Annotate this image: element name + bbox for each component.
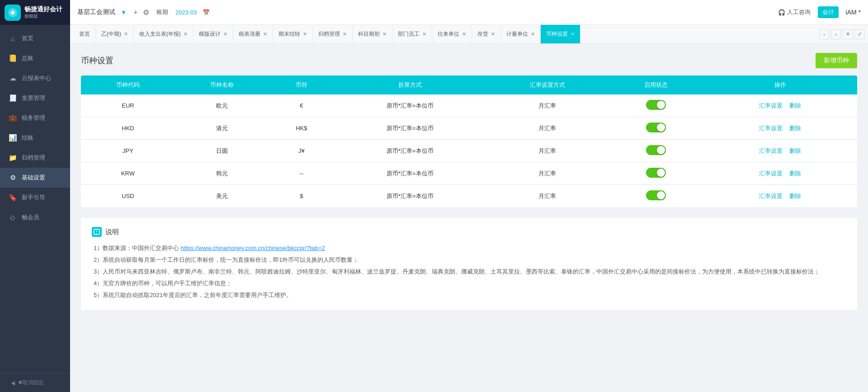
tab-close-icon[interactable]: ✕ — [462, 31, 466, 37]
delete-link[interactable]: 删除 — [789, 193, 801, 199]
col-symbol: 币符 — [269, 76, 334, 94]
sidebar-item-tax[interactable]: 💼 税务管理 — [0, 108, 70, 128]
new-currency-button[interactable]: 新增币种 — [816, 53, 857, 68]
status-toggle[interactable] — [646, 190, 666, 200]
sidebar-pin-toggle[interactable]: ◀ ◀取消固定 — [0, 373, 70, 392]
tab-income[interactable]: 收入支出表(年报) ✕ — [134, 25, 193, 43]
cell-calc: 原币*汇率=本位币 — [334, 162, 486, 185]
tab-period[interactable]: 乙(中期) ✕ — [96, 25, 134, 43]
tab-prev-button[interactable]: ‹ — [819, 29, 829, 39]
notice-icon — [92, 227, 102, 237]
notice-link[interactable]: https://www.chinamoney.com.cn/chinese/bk… — [181, 245, 325, 251]
delete-link[interactable]: 删除 — [789, 102, 801, 109]
sidebar-item-label: 新手引导 — [22, 194, 45, 202]
tab-dept[interactable]: 部门员工 ✕ — [392, 25, 432, 43]
member-icon: ◇ — [8, 213, 17, 222]
tab-close-icon[interactable]: ✕ — [531, 31, 535, 37]
cell-symbol: HK$ — [269, 117, 334, 140]
cell-rate-type: 月汇率 — [486, 117, 609, 140]
sidebar-item-label: 畅会员 — [22, 213, 39, 222]
period-value: 2023-03 — [175, 9, 197, 16]
tab-label: 币种设置 — [546, 30, 568, 38]
tab-close-icon[interactable]: ✕ — [422, 31, 426, 37]
cell-name: 欧元 — [175, 94, 269, 117]
sidebar-item-archive[interactable]: 📁 归档管理 — [0, 148, 70, 168]
tab-expand-button[interactable]: ⤢ — [854, 29, 864, 39]
toggle-thumb — [657, 101, 665, 109]
cell-code: JPY — [81, 140, 175, 162]
service-button[interactable]: 🎧 人工咨询 — [778, 8, 811, 16]
tab-close-icon[interactable]: ✕ — [124, 31, 128, 37]
sidebar-item-label: 基础设置 — [22, 174, 45, 182]
status-toggle[interactable] — [646, 168, 666, 178]
tab-home[interactable]: 首页 — [74, 25, 96, 43]
tab-close-icon[interactable]: ✕ — [571, 31, 575, 37]
rate-setting-link[interactable]: 汇率设置 — [759, 102, 783, 109]
cell-code: HKD — [81, 117, 175, 140]
table-row: EUR 欧元 € 原币*汇率=本位币 月汇率 汇率设置 删除 — [81, 94, 857, 117]
tab-close-icon[interactable]: ✕ — [303, 31, 307, 37]
col-calc: 折算方式 — [334, 76, 486, 94]
delete-link[interactable]: 删除 — [789, 125, 801, 132]
user-label: iAM * — [846, 9, 861, 16]
tab-inventory[interactable]: 存货 ✕ — [472, 25, 501, 43]
notice-item: 4）无官方牌价的币种，可以用户手工维护汇率信息； — [92, 278, 846, 289]
rate-setting-link[interactable]: 汇率设置 — [759, 125, 783, 132]
delete-link[interactable]: 删除 — [789, 147, 801, 154]
status-toggle[interactable] — [646, 145, 666, 155]
sidebar-item-invoice[interactable]: 🧾 发票管理 — [0, 88, 70, 108]
status-toggle[interactable] — [646, 100, 666, 110]
sidebar-item-reports[interactable]: ☁ 云报表中心 — [0, 68, 70, 88]
tab-close-icon[interactable]: ✕ — [184, 31, 188, 37]
tab-template[interactable]: 模版设计 ✕ — [193, 25, 233, 43]
tab-close-icon[interactable]: ✕ — [382, 31, 387, 37]
sidebar: 畅捷通好会计 旗舰版 ⌂ 首页 📒 总账 ☁ 云报表中心 🧾 发票管理 💼 税务… — [0, 0, 70, 392]
sidebar-item-checkout[interactable]: 📊 结账 — [0, 128, 70, 148]
tab-currency[interactable]: 币种设置 ✕ — [541, 25, 580, 43]
tab-close-icon[interactable]: ✕ — [491, 31, 495, 37]
cell-status — [609, 185, 703, 208]
tab-close-icon[interactable]: ✕ — [263, 31, 267, 37]
ledger-icon: 📒 — [8, 54, 17, 63]
cell-symbol: -- — [269, 162, 334, 185]
service-label: 人工咨询 — [787, 8, 811, 16]
calendar-icon[interactable]: 📅 — [203, 9, 210, 16]
logo-sub: 旗舰版 — [24, 13, 62, 19]
cell-rate-type: 月汇率 — [486, 162, 609, 185]
tab-close-all-button[interactable]: ✕ — [843, 29, 853, 39]
sidebar-item-member[interactable]: ◇ 畅会员 — [0, 208, 70, 227]
sidebar-item-guide[interactable]: 🔖 新手引导 — [0, 188, 70, 208]
logo-icon — [5, 5, 21, 21]
delete-link[interactable]: 删除 — [789, 170, 801, 177]
toggle-track — [646, 168, 666, 178]
tab-tax[interactable]: 税表清册 ✕ — [233, 25, 273, 43]
rate-setting-link[interactable]: 汇率设置 — [759, 147, 783, 154]
tab-label: 部门员工 — [398, 30, 420, 38]
tab-close-icon[interactable]: ✕ — [343, 31, 347, 37]
tab-close-icon[interactable]: ✕ — [223, 31, 227, 37]
tab-period-end[interactable]: 期末结转 ✕ — [273, 25, 313, 43]
notice-header: 说明 — [92, 227, 846, 237]
tab-label: 往来单位 — [438, 30, 459, 38]
rate-setting-link[interactable]: 汇率设置 — [759, 170, 783, 177]
col-name: 币种名称 — [175, 76, 269, 94]
tab-navigation: ‹ › ✕ ⤢ — [819, 29, 864, 39]
rate-setting-link[interactable]: 汇率设置 — [759, 193, 783, 199]
content-area: 币种设置 新增币种 币种代码 币种名称 币符 折算方式 汇率设置方式 启用状态 … — [70, 44, 868, 392]
company-dropdown-icon[interactable]: ▼ — [121, 9, 127, 16]
tab-next-button[interactable]: › — [831, 29, 841, 39]
tab-archive[interactable]: 归档管理 ✕ — [313, 25, 353, 43]
status-toggle[interactable] — [646, 123, 666, 132]
tab-subjects[interactable]: 科目期初 ✕ — [353, 25, 392, 43]
sidebar-item-ledger[interactable]: 📒 总账 — [0, 48, 70, 68]
tab-label: 计量单位 — [506, 30, 528, 38]
tab-units[interactable]: 往来单位 ✕ — [432, 25, 472, 43]
sidebar-item-label: 税务管理 — [22, 114, 45, 122]
sidebar-item-home[interactable]: ⌂ 首页 — [0, 28, 70, 48]
add-company-icon[interactable]: ＋ — [132, 8, 139, 17]
account-button[interactable]: 会计 — [818, 6, 839, 18]
settings-gear-icon[interactable]: ⚙ — [143, 8, 149, 17]
tab-measure[interactable]: 计量单位 ✕ — [501, 25, 541, 43]
toggle-thumb — [657, 169, 665, 177]
sidebar-item-basic[interactable]: ⚙ 基础设置 — [0, 168, 70, 188]
